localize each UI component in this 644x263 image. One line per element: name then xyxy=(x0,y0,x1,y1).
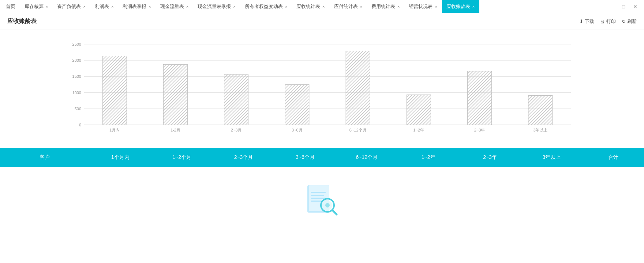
svg-line-37 xyxy=(332,210,337,214)
svg-text:2~3月: 2~3月 xyxy=(231,128,242,132)
svg-text:1-2月: 1-2月 xyxy=(171,128,180,132)
table-header-col-0: 客户 xyxy=(0,154,90,161)
refresh-button[interactable]: ↻ 刷新 xyxy=(622,18,637,25)
tab-item-profit[interactable]: 利润表× xyxy=(90,0,118,13)
svg-text:3年以上: 3年以上 xyxy=(533,128,547,132)
tab-close-ap-stats[interactable]: × xyxy=(360,4,362,9)
table-header-col-6: 1~2年 xyxy=(397,154,459,161)
download-icon: ⬇ xyxy=(579,19,583,24)
svg-text:6~12个月: 6~12个月 xyxy=(349,128,367,132)
print-icon: 🖨 xyxy=(600,19,605,24)
bar-2 xyxy=(224,75,248,125)
tab-close-cashflow-quarterly[interactable]: × xyxy=(233,4,235,9)
tab-item-ap-stats[interactable]: 应付统计表× xyxy=(330,0,367,13)
tab-close-balance-sheet[interactable]: × xyxy=(83,4,85,9)
tab-label-cashflow: 现金流量表 xyxy=(160,3,184,10)
bar-7 xyxy=(528,96,553,125)
svg-text:2000: 2000 xyxy=(72,58,81,62)
tab-item-expense-stats[interactable]: 费用统计表× xyxy=(367,0,404,13)
empty-icon xyxy=(300,182,344,218)
download-button[interactable]: ⬇ 下载 xyxy=(579,18,594,25)
tab-close-profit[interactable]: × xyxy=(111,4,113,9)
tab-label-profit-quarterly: 利润表季报 xyxy=(123,3,146,10)
svg-point-38 xyxy=(325,203,330,207)
print-button[interactable]: 🖨 打印 xyxy=(600,18,616,25)
page-header: 应收账龄表 ⬇ 下载 🖨 打印 ↻ 刷新 xyxy=(0,13,644,30)
tabs-container: 首页库存核算×资产负债表×利润表×利润表季报×现金流量表×现金流量表季报×所有者… xyxy=(1,0,479,13)
tab-label-ar-stats: 应收统计表 xyxy=(296,3,320,10)
table-header-col-1: 1个月内 xyxy=(90,154,151,161)
tab-item-equity[interactable]: 所有者权益变动表× xyxy=(240,0,292,13)
svg-text:3~6月: 3~6月 xyxy=(292,128,303,132)
refresh-label: 刷新 xyxy=(627,18,637,25)
bar-3 xyxy=(285,85,309,125)
tab-item-cashflow[interactable]: 现金流量表× xyxy=(156,0,193,13)
tab-label-expense-stats: 费用统计表 xyxy=(371,3,395,10)
svg-rect-33 xyxy=(311,198,325,199)
svg-rect-31 xyxy=(311,192,326,193)
tab-item-cashflow-quarterly[interactable]: 现金流量表季报× xyxy=(193,0,240,13)
svg-rect-32 xyxy=(311,195,324,196)
chart-area: 050010001500200025001月内1-2月2~3月3~6月6~12个… xyxy=(0,30,644,148)
page-title: 应收账龄表 xyxy=(7,18,37,25)
table-header: 客户1个月内1~2个月2~3个月3~6个月6~12个月1~2年2~3年3年以上合… xyxy=(0,148,644,167)
svg-text:500: 500 xyxy=(75,107,81,111)
bar-4 xyxy=(346,51,370,125)
tab-item-operations[interactable]: 经营状况表× xyxy=(404,0,442,13)
tab-label-ar-aging: 应收账龄表 xyxy=(446,3,470,10)
maximize-button[interactable]: □ xyxy=(619,2,628,11)
close-window-button[interactable]: ✕ xyxy=(631,2,640,11)
tab-bar: 首页库存核算×资产负债表×利润表×利润表季报×现金流量表×现金流量表季报×所有者… xyxy=(0,0,644,13)
table-header-col-9: 合计 xyxy=(583,154,644,161)
tab-close-profit-quarterly[interactable]: × xyxy=(149,4,151,9)
tab-close-ar-aging[interactable]: × xyxy=(472,4,475,9)
window-controls: — □ ✕ xyxy=(607,2,643,11)
table-header-col-8: 3年以上 xyxy=(521,154,582,161)
table-header-col-5: 6~12个月 xyxy=(336,154,397,161)
tab-item-profit-quarterly[interactable]: 利润表季报× xyxy=(118,0,156,13)
tab-close-expense-stats[interactable]: × xyxy=(397,4,400,9)
tab-label-equity: 所有者权益变动表 xyxy=(245,3,283,10)
tab-close-inventory[interactable]: × xyxy=(46,4,48,9)
tab-item-home[interactable]: 首页 xyxy=(1,0,20,13)
bar-0 xyxy=(102,56,127,125)
svg-text:0: 0 xyxy=(79,123,81,127)
bar-6 xyxy=(468,71,492,125)
refresh-icon: ↻ xyxy=(622,19,626,24)
tab-item-inventory[interactable]: 库存核算× xyxy=(20,0,53,13)
svg-text:1月内: 1月内 xyxy=(109,128,120,132)
svg-text:1~2年: 1~2年 xyxy=(413,128,424,132)
tab-close-cashflow[interactable]: × xyxy=(186,4,188,9)
minimize-button[interactable]: — xyxy=(607,2,616,11)
tab-label-operations: 经营状况表 xyxy=(409,3,433,10)
tab-item-ar-stats[interactable]: 应收统计表× xyxy=(292,0,329,13)
tab-label-balance-sheet: 资产负债表 xyxy=(57,3,81,10)
bar-1 xyxy=(163,64,187,125)
tab-label-cashflow-quarterly: 现金流量表季报 xyxy=(198,3,231,10)
download-label: 下载 xyxy=(585,18,594,25)
tab-close-equity[interactable]: × xyxy=(285,4,287,9)
svg-text:1000: 1000 xyxy=(72,91,81,95)
bar-5 xyxy=(407,95,431,125)
tab-label-profit: 利润表 xyxy=(95,3,109,10)
tab-label-ap-stats: 应付统计表 xyxy=(334,3,358,10)
print-label: 打印 xyxy=(606,18,616,25)
empty-state xyxy=(0,167,644,263)
svg-text:2500: 2500 xyxy=(72,42,81,46)
tab-item-balance-sheet[interactable]: 资产负债表× xyxy=(53,0,90,13)
main-content: 050010001500200025001月内1-2月2~3月3~6月6~12个… xyxy=(0,30,644,263)
tab-item-ar-aging[interactable]: 应收账龄表× xyxy=(442,0,479,13)
tab-close-operations[interactable]: × xyxy=(435,4,437,9)
table-header-col-4: 3~6个月 xyxy=(274,154,336,161)
header-actions: ⬇ 下载 🖨 打印 ↻ 刷新 xyxy=(579,18,637,25)
bar-chart: 050010001500200025001月内1-2月2~3月3~6月6~12个… xyxy=(15,37,629,140)
tab-close-ar-stats[interactable]: × xyxy=(322,4,325,9)
table-header-col-3: 2~3个月 xyxy=(213,154,274,161)
svg-text:2~3年: 2~3年 xyxy=(474,128,485,132)
tab-label-inventory: 库存核算 xyxy=(25,3,44,10)
table-header-col-2: 1~2个月 xyxy=(151,154,213,161)
svg-text:1500: 1500 xyxy=(72,74,81,79)
svg-rect-34 xyxy=(311,201,322,202)
table-header-col-7: 2~3年 xyxy=(459,154,521,161)
tab-label-home: 首页 xyxy=(6,3,15,10)
